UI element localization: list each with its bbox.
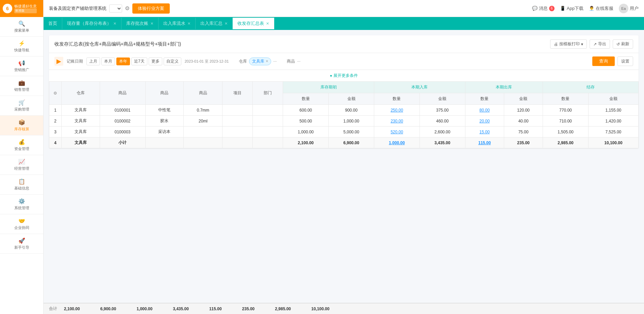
sidebar-item-search[interactable]: 🔍 搜索菜单 [0,17,43,37]
total-close-qty: 2,985.00 [275,307,291,311]
cell-warehouse-2: 文具库 [62,116,100,127]
sidebar-item-basic[interactable]: 📋 基础信息 [0,175,43,195]
sidebar-item-inventory[interactable]: 📦 库存核算 [0,116,43,135]
cell-subtotal-seq: 4 [49,137,62,148]
logo-icon: 6 [3,4,12,13]
th-in-amt: 金额 [419,93,465,105]
tab-close-inout-flow[interactable]: ✕ [187,21,191,26]
system-select[interactable] [109,4,122,13]
sidebar-item-newguide[interactable]: 🚀 新手引导 [0,234,43,254]
warehouse-filter: 仓库 文具库 × ··· [239,57,277,65]
query-btn[interactable]: 查询 [592,56,615,66]
th-opening-amt: 金额 [329,93,374,105]
th-group-close: 结存 [543,82,638,93]
inventory-icon: 📦 [18,119,25,126]
message-icon: 💬 [532,6,538,11]
cell-spec-2: 20ml [184,116,222,127]
footer-total-bar: 合计 2,100.00 6,900.00 1,000.00 3,435.00 1… [44,303,644,314]
expand-more-btn[interactable]: ▾ 展开更多条件 [326,71,362,80]
th-out-qty: 数量 [465,93,504,105]
table-row: 3 文具库 0100003 采访本 1,000.00 5,000.00 520.… [49,127,639,137]
page-header: 收发存汇总表(按仓库+商品编码+商品+规格型号+项目+部门) 🖨 按模板打印 ▾… [49,35,639,53]
sidebar-label-newguide: 新手引导 [14,245,29,250]
user-item[interactable]: Ea 用户 [619,4,639,13]
tab-batch[interactable]: 库存批次账 ✕ [121,18,159,29]
cell-subtotal-in-amt: 3,435.00 [419,137,465,148]
cell-dept-2 [253,116,283,127]
cell-in-qty-2[interactable]: 230.00 [374,116,420,127]
tab-home[interactable]: 首页 [44,18,62,29]
online-service-item[interactable]: 👨‍💼 在线客服 [589,5,613,12]
date-btn-custom[interactable]: 自定义 [164,57,181,65]
sidebar-label-system: 系统管理 [14,205,29,211]
cell-in-qty-3[interactable]: 520.00 [374,127,420,137]
cell-name-1: 中性笔 [145,105,184,116]
cell-warehouse-1: 文具库 [62,105,100,116]
date-btn-last-month[interactable]: 上月 [86,57,100,65]
date-btn-this-year[interactable]: 本年 [116,57,130,65]
sidebar-item-operations[interactable]: 📈 经营管理 [0,155,43,175]
cell-name-2: 胶水 [145,116,184,127]
app-logo: 6 畅捷通好生意 标准版 [0,0,43,17]
cell-in-qty-1[interactable]: 250.00 [374,105,420,116]
app-download-item[interactable]: 📱 App下载 [560,5,583,12]
sidebar-item-finance[interactable]: 💰 资金管理 [0,135,43,155]
sidebar-item-purchase[interactable]: 🛒 采购管理 [0,96,43,116]
cell-out-qty-2[interactable]: 20.00 [465,116,504,127]
tab-close-inventory-dist[interactable]: ✕ [113,21,116,26]
collab-icon: 🤝 [18,218,25,224]
settings-btn2[interactable]: 设置 [617,56,633,66]
date-btn-more[interactable]: 更多 [149,57,162,65]
warehouse-more[interactable]: ··· [273,59,277,64]
tab-home-label: 首页 [48,20,57,27]
message-item[interactable]: 💬 消息 6 [532,5,555,12]
top-header: 装备及固定资产辅助管理系统 ⚙ 体验行业方案 💬 消息 6 📱 App下载 👨‍… [44,0,644,17]
cell-out-qty-3[interactable]: 15.00 [465,127,504,137]
tab-inventory-dist[interactable]: 现存量（库存分布表） ✕ [62,18,121,29]
date-btn-this-month[interactable]: 本月 [101,57,115,65]
sidebar-label-operations: 经营管理 [14,166,29,171]
total-label: 合计 [49,306,57,312]
export-btn[interactable]: ↗ 导出 [590,39,610,49]
tab-inout-summary[interactable]: 出入库汇总 ✕ [196,18,233,29]
gear-icon[interactable]: ⚙ [125,5,130,12]
cell-close-qty-3: 1,505.00 [543,127,588,137]
goods-label: 商品 [287,59,295,64]
tab-inout-summary-label: 出入库汇总 [200,20,222,27]
cell-code-3: 0100003 [100,127,145,137]
tab-close-batch[interactable]: ✕ [150,21,153,26]
table-wrap: ⚙ 仓库 商品 商品 商品 项目 部门 库存期初 本期入库 本期出库 结存 [49,81,639,148]
print-btn[interactable]: 🖨 按模板打印 ▾ [550,39,587,49]
filter-toggle-btn[interactable]: ▶ [54,57,63,66]
quick-icon: ⚡ [18,40,25,47]
warehouse-tag-close[interactable]: × [266,59,268,64]
refresh-btn[interactable]: ↺ 刷新 [613,39,633,49]
cell-subtotal-empty4 [253,137,283,148]
goods-more[interactable]: ··· [297,59,300,64]
sidebar-item-quick[interactable]: ⚡ 快捷导航 [0,37,43,56]
th-group-in: 本期入库 [374,82,465,93]
th-group-out: 本期出库 [465,82,543,93]
tab-inout-flow[interactable]: 出入库流水 ✕ [159,18,196,29]
chevron-down-icon: ▾ [581,42,583,47]
sidebar-item-sales[interactable]: 💼 销售管理 [0,76,43,96]
experience-btn[interactable]: 体验行业方案 [132,3,170,14]
cell-subtotal-in-qty: 1,000.00 [374,137,420,148]
sidebar-nav: 🔍 搜索菜单 ⚡ 快捷导航 📢 营销推广 💼 销售管理 🛒 采购管理 📦 库存核… [0,17,43,314]
sidebar-label-collab: 企业协同 [14,225,29,230]
total-out-qty: 115.00 [209,307,222,311]
sidebar-label-inventory: 库存核算 [14,127,29,132]
date-btn-7days[interactable]: 近7天 [131,57,147,65]
sidebar-item-marketing[interactable]: 📢 营销推广 [0,56,43,76]
cell-out-qty-1[interactable]: 80.00 [465,105,504,116]
tab-close-recv-summary[interactable]: ✕ [266,21,269,26]
cell-close-amt-1: 1,155.00 [588,105,638,116]
tab-recv-summary[interactable]: 收发存汇总表 ✕ [233,18,274,29]
tab-close-inout-summary[interactable]: ✕ [225,21,228,26]
sidebar-item-collab[interactable]: 🤝 企业协同 [0,214,43,234]
online-service-label: 在线客服 [596,5,613,12]
tab-inventory-dist-label: 现存量（库存分布表） [67,20,111,27]
sidebar-item-system[interactable]: ⚙️ 系统管理 [0,195,43,214]
table-settings-icon[interactable]: ⚙ [53,91,57,96]
tab-batch-label: 库存批次账 [126,20,148,27]
